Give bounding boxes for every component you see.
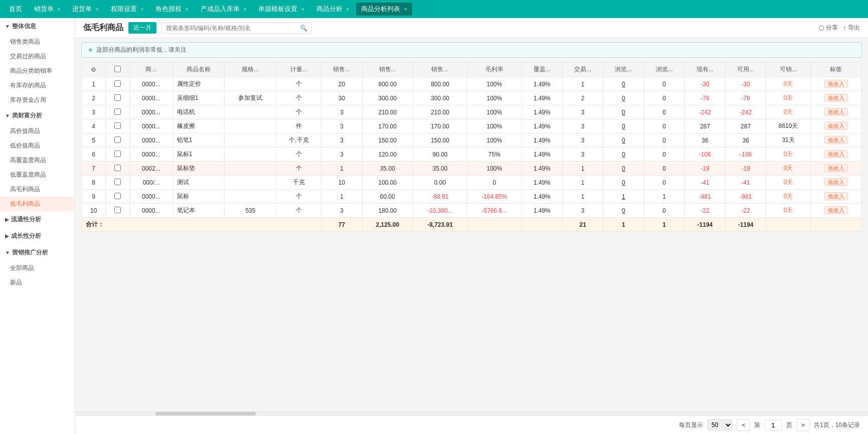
row-views1[interactable]: 0	[603, 148, 644, 162]
row-views1[interactable]: 0	[603, 162, 644, 176]
row-checkbox[interactable]	[106, 91, 130, 105]
nav-purchase[interactable]: 进货单 ×	[67, 3, 103, 16]
row-views1[interactable]: 0	[603, 119, 644, 133]
row-gross-margin: 100%	[467, 119, 522, 133]
sidebar: ▼ 整体信息 销售类商品 交易过的商品 商品分类助销率 有库存的商品 库存资金占…	[0, 18, 75, 434]
row-checkbox[interactable]	[106, 190, 130, 204]
filter-period-btn[interactable]: 近一月	[128, 22, 156, 34]
export-btn[interactable]: ↑ 导出	[843, 24, 860, 32]
row-views1[interactable]: 0	[603, 204, 644, 218]
nav-analysis-close[interactable]: ×	[346, 7, 349, 12]
sidebar-item-new-products[interactable]: 新品	[0, 275, 75, 290]
sidebar-item-high-value[interactable]: 高价值商品	[0, 124, 75, 138]
sidebar-group-wealth-label: 类财富分析	[12, 111, 42, 120]
col-unit[interactable]: 计量...	[276, 62, 321, 77]
sidebar-group-circulation[interactable]: ▶ 流通性分析	[0, 211, 75, 228]
col-sales-qty[interactable]: 销售...	[321, 62, 362, 77]
row-views1[interactable]: 0	[603, 176, 644, 190]
row-code: 0002...	[130, 162, 173, 176]
nav-sales[interactable]: 销货单 ×	[29, 3, 65, 16]
row-checkbox[interactable]	[106, 77, 130, 91]
row-coverage: 1.49%	[522, 105, 562, 119]
share-btn[interactable]: ⬡ 分享	[819, 24, 838, 32]
col-views1[interactable]: 浏览...	[603, 62, 644, 77]
row-checkbox[interactable]	[106, 105, 130, 119]
row-checkbox[interactable]	[106, 204, 130, 218]
sidebar-item-high-coverage[interactable]: 高覆盖度商品	[0, 153, 75, 168]
row-views1[interactable]: 1	[603, 190, 644, 204]
search-icon[interactable]: 🔍	[300, 25, 307, 32]
sidebar-item-category-rate[interactable]: 商品分类助销率	[0, 64, 75, 78]
nav-templates-close[interactable]: ×	[301, 7, 304, 12]
nav-roles[interactable]: 角色授权 ×	[150, 3, 193, 16]
nav-roles-close[interactable]: ×	[186, 7, 189, 12]
nav-home[interactable]: 首页	[4, 3, 27, 16]
search-input[interactable]	[166, 25, 300, 32]
page-input[interactable]	[764, 420, 782, 430]
sidebar-item-sales-products[interactable]: 销售类商品	[0, 35, 75, 49]
col-transactions[interactable]: 交易...	[563, 62, 603, 77]
sidebar-group-wealth[interactable]: ▼ 类财富分析	[0, 107, 75, 124]
horizontal-scrollbar[interactable]	[75, 411, 868, 415]
row-checkbox[interactable]	[106, 133, 130, 148]
nav-analysis-list-close[interactable]: ×	[404, 7, 407, 12]
col-sales-amount[interactable]: 销售...	[362, 62, 413, 77]
nav-permissions-close[interactable]: ×	[141, 7, 144, 12]
col-current-stock[interactable]: 现有...	[684, 62, 725, 77]
row-views1[interactable]: 0	[603, 105, 644, 119]
search-box[interactable]: 🔍	[161, 23, 312, 34]
row-name: 电话机	[172, 105, 225, 119]
nav-templates[interactable]: 单据模板设置 ×	[253, 3, 309, 16]
col-spec[interactable]: 规格...	[225, 62, 277, 77]
sidebar-item-low-margin[interactable]: 低毛利商品	[0, 197, 75, 211]
row-tag: 低收入	[810, 162, 861, 176]
col-code[interactable]: 商...	[130, 62, 173, 77]
col-views2[interactable]: 浏览...	[644, 62, 684, 77]
top-nav: 首页 销货单 × 进货单 × 权限设置 × 角色授权 × 产成品入库单 × 单据…	[0, 0, 868, 18]
sidebar-item-low-coverage[interactable]: 低覆盖度商品	[0, 168, 75, 182]
col-name[interactable]: 商品名称	[172, 62, 225, 77]
row-views2: 0	[644, 91, 684, 105]
col-checkbox[interactable]	[106, 62, 130, 77]
row-sales-amount: 35.00	[362, 162, 413, 176]
row-views1[interactable]: 0	[603, 77, 644, 91]
sidebar-group-growth[interactable]: ▶ 成长性分析	[0, 228, 75, 244]
nav-products-close[interactable]: ×	[244, 7, 247, 12]
col-tag[interactable]: 标签	[810, 62, 861, 77]
sidebar-item-in-stock[interactable]: 有库存的商品	[0, 78, 75, 93]
row-checkbox[interactable]	[106, 148, 130, 162]
sidebar-item-traded[interactable]: 交易过的商品	[0, 49, 75, 64]
col-gear[interactable]: ⚙	[82, 62, 106, 77]
row-sellable-days: 31天	[766, 133, 811, 148]
sidebar-item-high-margin[interactable]: 高毛利商品	[0, 182, 75, 197]
select-all-checkbox[interactable]	[114, 66, 121, 72]
col-gross-margin[interactable]: 毛利率	[467, 62, 522, 77]
row-checkbox[interactable]	[106, 119, 130, 133]
sidebar-item-all-products[interactable]: 全部商品	[0, 261, 75, 275]
sidebar-item-low-value[interactable]: 低价值商品	[0, 138, 75, 153]
nav-sales-close[interactable]: ×	[58, 7, 61, 12]
col-sellable-days[interactable]: 可销...	[766, 62, 811, 77]
page-size-select[interactable]: 50 100 200	[707, 419, 733, 430]
data-table: ⚙ 商... 商品名称 规格... 计量... 销售... 销售... 销售..…	[81, 62, 862, 232]
row-views1[interactable]: 0	[603, 133, 644, 148]
row-views1[interactable]: 0	[603, 91, 644, 105]
next-page-btn[interactable]: ＞	[796, 419, 810, 431]
row-checkbox[interactable]	[106, 162, 130, 176]
row-transactions: 3	[563, 105, 603, 119]
sidebar-group-marketing[interactable]: ▼ 营销推广分析	[0, 244, 75, 261]
col-coverage[interactable]: 覆盖...	[522, 62, 562, 77]
nav-purchase-close[interactable]: ×	[96, 7, 99, 12]
nav-analysis[interactable]: 商品分析 ×	[311, 3, 354, 16]
col-available-stock[interactable]: 可用...	[726, 62, 766, 77]
nav-products[interactable]: 产成品入库单 ×	[196, 3, 251, 16]
sidebar-group-overall[interactable]: ▼ 整体信息	[0, 18, 75, 35]
row-transactions: 2	[563, 91, 603, 105]
col-sales-profit[interactable]: 销售...	[413, 62, 467, 77]
row-no: 4	[82, 119, 106, 133]
prev-page-btn[interactable]: ＜	[737, 419, 750, 431]
row-checkbox[interactable]	[106, 176, 130, 190]
nav-analysis-list[interactable]: 商品分析列表 ×	[356, 3, 412, 16]
nav-permissions[interactable]: 权限设置 ×	[106, 3, 148, 16]
sidebar-item-capital[interactable]: 库存资金占用	[0, 93, 75, 107]
